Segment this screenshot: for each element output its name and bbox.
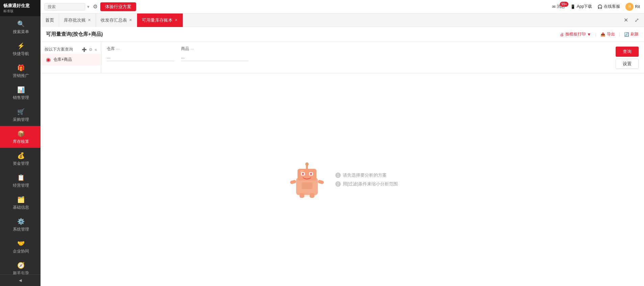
- sidebar-item-basic[interactable]: 🗂️ 基础信息: [0, 192, 41, 214]
- headset-icon: 🎧: [597, 4, 602, 9]
- more-icon[interactable]: ···: [190, 47, 194, 51]
- sidebar-item-system[interactable]: ⚙️ 系统管理: [0, 214, 41, 236]
- filter-sidebar-icons: ➕ ⚙ «: [82, 47, 97, 52]
- tab-home[interactable]: 首页: [41, 14, 59, 27]
- refresh-label: 刷新: [630, 31, 639, 37]
- topbar-right: ✉ 消息 99+ 📱 App下载 🎧 在线客服 R Rit: [552, 3, 640, 11]
- tab-close-icon[interactable]: ✕: [88, 18, 91, 22]
- svg-rect-12: [310, 193, 314, 198]
- sidebar-item-label: 企业协同: [13, 249, 29, 254]
- filter-schema-item[interactable]: ◉ 仓库+商品: [41, 54, 101, 66]
- sales-icon: 📊: [17, 86, 25, 94]
- trial-button[interactable]: 体验行业方案: [100, 2, 136, 11]
- search-input[interactable]: [45, 3, 85, 10]
- sidebar-item-finance[interactable]: 💰 资金管理: [0, 148, 41, 170]
- sidebar-item-purchase[interactable]: 🛒 采购管理: [0, 104, 41, 126]
- sidebar-item-label: 销售管理: [13, 95, 29, 101]
- refresh-icon: 🔄: [624, 32, 629, 37]
- sidebar-item-marketing[interactable]: 🎁 营销推广: [0, 60, 41, 82]
- print-button[interactable]: 🖨 按模板打印 ▼: [560, 31, 591, 37]
- tab-close-icon[interactable]: ✕: [175, 18, 178, 22]
- collapse-icon: ◀: [19, 278, 22, 283]
- purchase-icon: 🛒: [17, 108, 25, 115]
- operation-icon: 📋: [17, 174, 25, 181]
- app-download-label: App下载: [577, 4, 592, 9]
- svg-rect-2: [298, 169, 316, 180]
- more-icon[interactable]: ···: [116, 47, 120, 51]
- messages-button[interactable]: ✉ 消息 99+: [552, 4, 565, 9]
- svg-rect-10: [317, 180, 324, 184]
- schema-icon: ◉: [46, 56, 51, 63]
- sidebar-bottom[interactable]: ◀: [0, 275, 41, 286]
- tab-available-stock[interactable]: 可用量库存账本 ✕: [137, 14, 183, 27]
- warehouse-label-text: 仓库: [107, 46, 115, 52]
- collapse-left-icon[interactable]: «: [95, 47, 97, 52]
- sidebar-item-newbie[interactable]: 🧭 新手引导: [0, 258, 41, 275]
- shortcut-icon: ⚡: [17, 42, 25, 50]
- sidebar-item-label: 库存核算: [13, 139, 29, 145]
- warehouse-field: 仓库 ···: [107, 46, 174, 61]
- empty-tip-2: 2 用[过滤]条件来缩小分析范围: [335, 181, 398, 187]
- tab-batch-account[interactable]: 库存批次账 ✕: [59, 14, 96, 27]
- sidebar-item-sales[interactable]: 📊 销售管理: [0, 82, 41, 104]
- sidebar-item-label: 搜索菜单: [13, 29, 29, 35]
- sidebar-item-label: 快捷导航: [13, 51, 29, 57]
- sidebar-item-label: 采购管理: [13, 117, 29, 123]
- search-icon: 🔍: [17, 20, 25, 28]
- query-button[interactable]: 查询: [616, 47, 639, 57]
- schema-label: 仓库+商品: [53, 57, 72, 62]
- online-service-label: 在线客服: [604, 4, 620, 9]
- tab-collect-summary[interactable]: 收发存汇总表 ✕: [96, 14, 137, 27]
- chevron-down-icon: ▼: [587, 32, 591, 37]
- app-download-button[interactable]: 📱 App下载: [570, 4, 592, 9]
- user-menu[interactable]: R Rit: [625, 3, 640, 11]
- sidebar: 畅康通好生意 标准版 🔍 搜索菜单 ⚡ 快捷导航 🎁 营销推广 📊 销售管理 🛒…: [0, 0, 41, 286]
- filter-sidebar-title: 按以下方案查询: [45, 47, 73, 52]
- export-label: 导出: [607, 31, 615, 37]
- tabbar: 首页 库存批次账 ✕ 收发存汇总表 ✕ 可用量库存账本 ✕ ✕ ⤢: [41, 14, 644, 27]
- sidebar-item-label: 新手引导: [13, 270, 29, 275]
- tip-text: 用[过滤]条件来缩小分析范围: [343, 181, 398, 187]
- settings-icon[interactable]: ⚙: [89, 47, 93, 52]
- online-service-button[interactable]: 🎧 在线客服: [597, 4, 620, 9]
- goods-input[interactable]: [181, 53, 249, 61]
- sidebar-item-enterprise[interactable]: 🤝 企业协同: [0, 236, 41, 258]
- brand-name: 畅康通好生意: [3, 3, 37, 9]
- tab-collect-summary-label: 收发存汇总表: [101, 17, 127, 23]
- sidebar-item-inventory[interactable]: 📦 库存核算: [0, 126, 41, 148]
- settings-button[interactable]: 设置: [616, 59, 639, 69]
- empty-tip-1: 1 请先选择要分析的方案: [335, 172, 398, 178]
- gear-icon[interactable]: ⚙: [93, 3, 98, 10]
- messages-badge: 99+: [560, 2, 568, 7]
- sidebar-item-label: 资金管理: [13, 161, 29, 166]
- enterprise-icon: 🤝: [17, 240, 25, 247]
- tab-close-window-button[interactable]: ✕: [621, 16, 630, 25]
- page-actions: 🖨 按模板打印 ▼ | 📤 导出 | 🔄 刷新: [560, 31, 639, 37]
- tip-number: 2: [335, 181, 341, 187]
- tip-number: 1: [335, 173, 341, 178]
- tab-fullscreen-button[interactable]: ⤢: [632, 16, 641, 25]
- edition-label: 标准版: [3, 9, 37, 14]
- page-header: 可用量查询(按仓库+商品) 🖨 按模板打印 ▼ | 📤 导出 | 🔄 刷新: [41, 27, 644, 42]
- empty-text: 1 请先选择要分析的方案 2 用[过滤]条件来缩小分析范围: [335, 172, 398, 187]
- sidebar-item-shortcut[interactable]: ⚡ 快捷导航: [0, 38, 41, 60]
- tab-home-label: 首页: [45, 17, 54, 23]
- warehouse-input[interactable]: [107, 53, 174, 61]
- warehouse-label: 仓库 ···: [107, 46, 174, 52]
- basic-icon: 🗂️: [17, 196, 25, 203]
- refresh-button[interactable]: 🔄 刷新: [624, 31, 639, 37]
- tab-close-icon[interactable]: ✕: [129, 18, 132, 22]
- chevron-down-icon[interactable]: ▼: [86, 5, 90, 9]
- sidebar-item-operation[interactable]: 📋 经营管理: [0, 170, 41, 192]
- tab-batch-account-label: 库存批次账: [64, 17, 86, 23]
- tab-actions: ✕ ⤢: [621, 16, 644, 25]
- svg-point-6: [310, 173, 312, 175]
- print-icon: 🖨: [560, 32, 564, 37]
- empty-state: 1 请先选择要分析的方案 2 用[过滤]条件来缩小分析范围: [41, 73, 644, 286]
- svg-point-5: [302, 173, 304, 175]
- sidebar-item-search[interactable]: 🔍 搜索菜单: [0, 16, 41, 38]
- main-content: ▼ ⚙ 体验行业方案 ✉ 消息 99+ 📱 App下载 🎧 在线客服 R Rit: [41, 0, 644, 286]
- export-button[interactable]: 📤 导出: [600, 31, 615, 37]
- add-icon[interactable]: ➕: [82, 47, 87, 52]
- svg-rect-13: [302, 182, 312, 189]
